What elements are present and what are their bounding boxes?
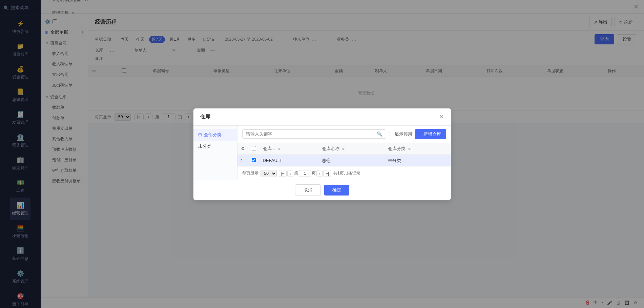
dialog-close-btn[interactable]: ✕ [439, 113, 444, 121]
dialog-category-all-label: 全部分类 [204, 132, 222, 138]
sort-icon-category: ⇅ [408, 147, 411, 151]
dialog-table: ⚙ 仓库... ⇅ 仓库名称 ⇅ 仓库分类 ⇅ [237, 143, 451, 167]
dialog-prev-page-btn[interactable]: ‹ [287, 170, 293, 177]
dialog-left-panel: ⊞ 全部分类 未分类 [193, 126, 237, 180]
sort-icon-name: ⇅ [342, 147, 345, 151]
dialog-header: 仓库 ✕ [193, 108, 451, 126]
dialog-table-header-row: ⚙ 仓库... ⇅ 仓库名称 ⇅ 仓库分类 ⇅ [237, 143, 451, 155]
dialog-th-settings[interactable]: ⚙ [237, 143, 248, 155]
dialog-table-row[interactable]: 1 DEFAULT 总仓 未分类 [237, 155, 451, 166]
dialog-last-page-btn[interactable]: »| [323, 170, 331, 177]
dialog-page-size-select[interactable]: 50 [261, 170, 277, 177]
dialog-confirm-button[interactable]: 确定 [324, 185, 349, 196]
dialog-next-page-btn[interactable]: › [316, 170, 323, 177]
modal-overlay: 仓库 ✕ ⊞ 全部分类 未分类 🔍 [0, 0, 644, 308]
dialog-page-label: 第 [294, 170, 298, 176]
show-disabled-label: 显示停用 [389, 131, 412, 137]
warehouse-table: ⚙ 仓库... ⇅ 仓库名称 ⇅ 仓库分类 ⇅ [237, 143, 451, 167]
dialog-page-nav: |« ‹ 第 页 › »| [279, 170, 332, 177]
dialog-row-name: 总仓 [318, 155, 385, 166]
dialog-th-name: 仓库名称 ⇅ [318, 143, 385, 155]
dialog-right-panel: 🔍 显示停用 + 新增仓库 ⚙ [237, 126, 451, 180]
dialog-pagination: 每页显示 50 |« ‹ 第 页 › »| 共 [242, 170, 361, 177]
dialog-th-code: 仓库... ⇅ [259, 143, 319, 155]
dialog-body: ⊞ 全部分类 未分类 🔍 显示停用 [193, 126, 451, 180]
grid-cat-icon: ⊞ [198, 132, 202, 137]
dialog-cancel-button[interactable]: 取消 [295, 184, 321, 196]
dialog-search-button[interactable]: 🔍 [373, 130, 386, 138]
dialog-select-all-checkbox[interactable] [252, 146, 256, 150]
show-disabled-checkbox[interactable] [389, 132, 393, 136]
dialog-row-id: 1 [237, 155, 248, 166]
dialog-search-input[interactable] [243, 130, 373, 138]
add-warehouse-button[interactable]: + 新增仓库 [415, 129, 446, 139]
dialog-row-select-checkbox[interactable] [252, 158, 256, 162]
dialog-page-input[interactable] [299, 170, 311, 177]
dialog-search: 🔍 [242, 129, 387, 139]
dialog-category-all[interactable]: ⊞ 全部分类 [193, 129, 237, 141]
dialog-table-body: 1 DEFAULT 总仓 未分类 [237, 155, 451, 166]
sort-icon-code: ⇅ [277, 147, 280, 151]
dialog-first-page-btn[interactable]: |« [279, 170, 287, 177]
dialog-row-code: DEFAULT [259, 155, 319, 166]
warehouse-dialog: 仓库 ✕ ⊞ 全部分类 未分类 🔍 [193, 108, 451, 200]
dialog-th-checkbox[interactable] [248, 143, 259, 155]
dialog-page-size-label: 每页显示 [242, 170, 258, 176]
dialog-row-category: 未分类 [385, 155, 451, 166]
dialog-toolbar: 🔍 显示停用 + 新增仓库 [237, 126, 451, 143]
dialog-title: 仓库 [200, 114, 210, 120]
dialog-page-of-label: 页 [312, 170, 316, 176]
dialog-actions: 取消 确定 [193, 180, 451, 200]
dialog-row-checkbox[interactable] [248, 155, 259, 166]
show-disabled-text: 显示停用 [395, 131, 412, 137]
dialog-th-category: 仓库分类 ⇅ [385, 143, 451, 155]
dialog-category-unclassified[interactable]: 未分类 [193, 141, 237, 152]
dialog-category-unclassified-label: 未分类 [198, 143, 211, 149]
dialog-footer-bar: 每页显示 50 |« ‹ 第 页 › »| 共 [237, 167, 451, 180]
dialog-page-total: 共1页, 1条记录 [333, 170, 360, 176]
